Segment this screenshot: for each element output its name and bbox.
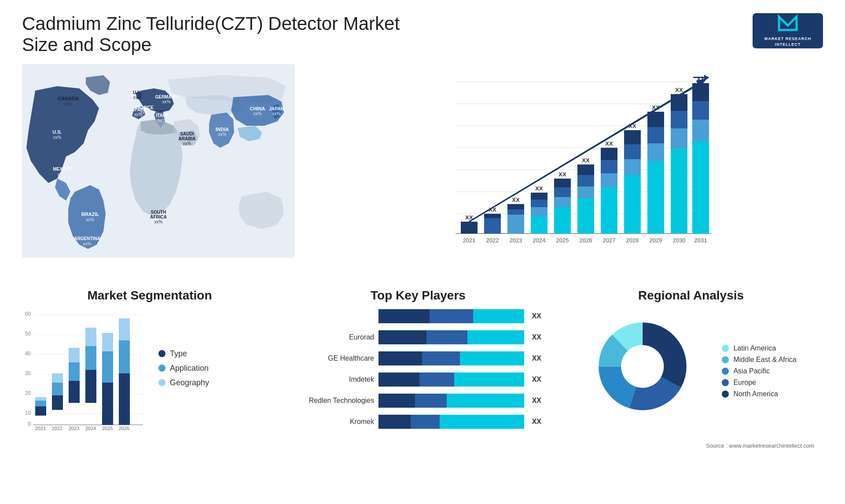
player-row-eurorad: Eurorad XX [295, 330, 541, 344]
seg-chart-container: 60 50 40 30 20 10 0 [22, 309, 277, 432]
svg-text:BRAZIL: BRAZIL [81, 212, 99, 217]
svg-rect-98 [692, 120, 709, 144]
svg-text:CHINA: CHINA [250, 106, 265, 111]
svg-text:2026: 2026 [580, 237, 592, 244]
player-xx-0: XX [532, 312, 541, 320]
svg-text:2028: 2028 [626, 237, 639, 244]
svg-rect-144 [119, 340, 130, 373]
regional-item-north-america: North America [722, 390, 796, 398]
header: Cadmium Zinc Telluride(CZT) Detector Mar… [22, 13, 823, 55]
svg-rect-80 [624, 159, 641, 178]
regional-legend: Latin America Middle East & Africa Asia … [722, 344, 796, 402]
svg-text:2023: 2023 [510, 237, 522, 244]
player-bar-ge-2 [422, 351, 460, 365]
svg-rect-73 [601, 160, 617, 175]
svg-text:U.K.: U.K. [133, 90, 142, 95]
svg-text:SPAIN: SPAIN [132, 107, 145, 112]
map-wrapper: CANADA xx% U.S. xx% MEXICO xx% BRAZIL xx… [22, 64, 295, 258]
legend-geography: Geography [158, 378, 277, 387]
svg-rect-79 [624, 144, 641, 161]
svg-text:2021: 2021 [35, 426, 46, 431]
player-bar-ge [378, 351, 524, 365]
svg-text:GERMANY: GERMANY [155, 95, 177, 99]
svg-text:60: 60 [25, 311, 31, 317]
regional-item-mea: Middle East & Africa [722, 356, 796, 364]
legend-label-geography: Geography [170, 378, 209, 387]
player-row-0: XX [295, 309, 541, 323]
player-row-redlen: Redlen Technologies XX [295, 394, 541, 408]
regional-dot-north-america [722, 391, 729, 398]
svg-text:50: 50 [25, 331, 31, 337]
player-bar-redlen-2 [415, 394, 447, 408]
svg-rect-84 [647, 112, 664, 129]
svg-rect-85 [647, 127, 664, 146]
regional-label-mea: Middle East & Africa [733, 356, 796, 364]
player-xx-redlen: XX [532, 397, 541, 405]
svg-rect-92 [671, 128, 687, 151]
player-bar-seg-1 [378, 330, 426, 344]
svg-rect-99 [692, 141, 709, 234]
donut-svg [585, 309, 700, 424]
players-list: XX Eurorad XX GE Healthcare [295, 309, 541, 429]
svg-text:2027: 2027 [603, 237, 616, 244]
svg-rect-129 [52, 373, 63, 383]
player-bar-imdetek [378, 373, 524, 387]
legend-application: Application [158, 364, 277, 373]
svg-text:xx%: xx% [154, 219, 163, 224]
bar-chart-section: 2021 XX 2022 XX 2023 XX 2024 XX [317, 64, 823, 275]
player-bar-imdetek-1 [378, 373, 419, 387]
svg-text:xx%: xx% [53, 135, 62, 140]
player-bar-0 [378, 309, 524, 323]
svg-text:XX: XX [512, 197, 520, 203]
svg-rect-93 [671, 149, 687, 234]
svg-rect-57 [531, 216, 547, 234]
svg-rect-136 [85, 346, 96, 370]
player-bar-kromek-2 [411, 415, 440, 429]
logo-text: MARKET RESEARCH INTELLECT [756, 36, 819, 47]
svg-rect-127 [52, 395, 63, 410]
player-bar-redlen-1 [378, 394, 415, 408]
svg-rect-46 [484, 218, 501, 234]
svg-rect-72 [601, 148, 617, 162]
svg-text:MEXICO: MEXICO [53, 167, 70, 172]
svg-text:xx%: xx% [218, 132, 227, 137]
logo-letter [777, 15, 799, 36]
regional-content: Latin America Middle East & Africa Asia … [585, 309, 796, 432]
svg-rect-143 [119, 373, 130, 425]
player-xx-imdetek: XX [532, 376, 541, 383]
svg-text:xx%: xx% [254, 111, 262, 116]
regional-label-latin: Latin America [733, 344, 776, 352]
regional-label-asia: Asia Pacific [733, 367, 770, 375]
legend-dot-application [158, 365, 165, 372]
svg-text:2025: 2025 [102, 426, 113, 431]
player-name-imdetek: Imdetek [295, 376, 374, 383]
svg-text:XX: XX [582, 157, 590, 164]
svg-rect-67 [577, 175, 594, 188]
svg-rect-63 [554, 207, 571, 234]
svg-rect-145 [119, 318, 130, 340]
svg-text:xx%: xx% [162, 99, 171, 104]
player-bar-seg-dark [378, 309, 430, 323]
svg-text:2024: 2024 [533, 237, 546, 244]
svg-text:XX: XX [605, 140, 613, 147]
regional-label-europe: Europe [733, 379, 756, 387]
player-bar-eurorad [378, 330, 524, 344]
player-bar-seg-light [473, 309, 524, 323]
svg-text:ARGENTINA: ARGENTINA [74, 236, 100, 241]
regional-item-europe: Europe [722, 379, 796, 387]
svg-rect-42 [461, 222, 478, 234]
svg-text:2026: 2026 [119, 426, 129, 431]
svg-text:2029: 2029 [650, 237, 662, 244]
regional-dot-europe [722, 379, 729, 386]
svg-text:2023: 2023 [69, 426, 79, 431]
bottom-grid: Market Segmentation 60 50 40 30 20 10 0 [22, 289, 823, 436]
seg-chart-area: 60 50 40 30 20 10 0 [22, 309, 145, 432]
player-name-ge: GE Healthcare [295, 354, 374, 362]
player-bar-redlen [378, 394, 524, 408]
regional-dot-latin [722, 345, 729, 352]
svg-text:xx%: xx% [58, 172, 66, 177]
player-bar-kromek-3 [440, 415, 524, 429]
svg-rect-81 [624, 175, 641, 234]
svg-text:2025: 2025 [556, 237, 569, 244]
svg-rect-140 [102, 351, 113, 383]
